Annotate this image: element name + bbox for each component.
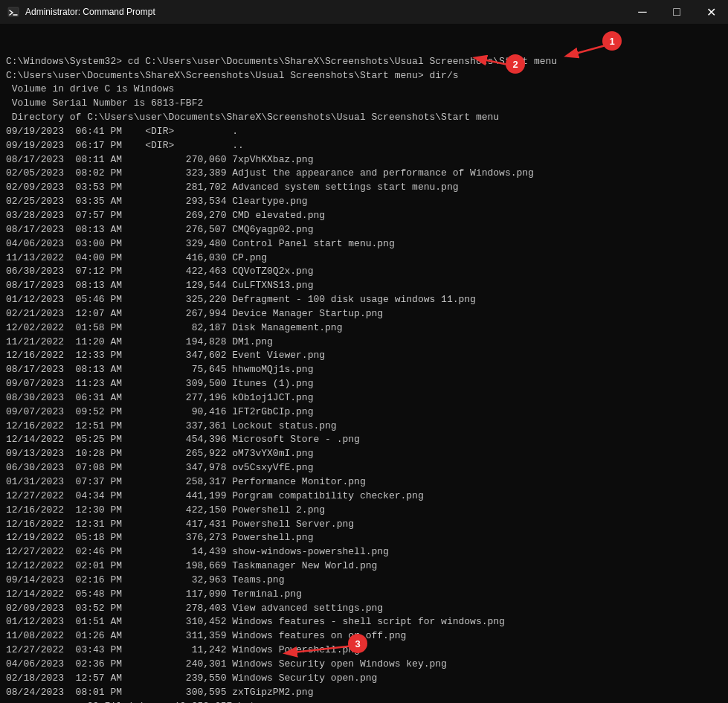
close-button[interactable]: ✕ — [694, 0, 728, 24]
terminal-line: 02/09/2023 03:52 PM 278,403 View advance… — [6, 602, 722, 616]
terminal-line: 08/17/2023 08:13 AM 276,507 CMQ6yagp02.p… — [6, 223, 722, 237]
terminal-line: 01/12/2023 05:46 PM 325,220 Defragment -… — [6, 293, 722, 307]
terminal-line: Volume in drive C is Windows — [6, 83, 722, 97]
terminal-line: 02/09/2023 03:53 PM 281,702 Advanced sys… — [6, 181, 722, 195]
terminal-icon — [7, 6, 19, 18]
terminal-line: 09/14/2023 02:16 PM 32,963 Teams.png — [6, 574, 722, 588]
terminal-line: 04/06/2023 03:00 PM 329,480 Control Pane… — [6, 237, 722, 251]
terminal-line: 08/17/2023 08:13 AM 129,544 CuLFTXNS13.p… — [6, 279, 722, 293]
title-bar: Administrator: Command Prompt ─ □ ✕ — [0, 0, 728, 24]
title-controls: ─ □ ✕ — [625, 0, 728, 24]
terminal-line: 11/08/2022 01:26 AM 311,359 Windows feat… — [6, 629, 722, 643]
terminal-line: 12/02/2022 01:58 PM 82,187 Disk Manageme… — [6, 321, 722, 336]
terminal-line: 02/18/2023 12:57 AM 239,550 Windows Secu… — [6, 672, 722, 686]
terminal-line: 12/16/2022 12:51 PM 337,361 Lockout stat… — [6, 420, 722, 434]
terminal-line: 08/30/2023 06:31 AM 277,196 kOb1oj1JCT.p… — [6, 391, 722, 405]
minimize-button[interactable]: ─ — [625, 0, 660, 24]
terminal-line: 09/13/2023 10:28 PM 265,922 oM73vYX0mI.p… — [6, 447, 722, 461]
title-bar-left: Administrator: Command Prompt — [7, 6, 155, 18]
terminal-content[interactable]: C:\Windows\System32> cd C:\Users\user\Do… — [0, 24, 728, 703]
terminal-line: 02/21/2023 12:07 AM 267,994 Device Manag… — [6, 307, 722, 321]
terminal-line: 09/07/2023 09:52 PM 90,416 lFT2rGbCIp.pn… — [6, 405, 722, 420]
terminal-line: 08/17/2023 08:11 AM 270,060 7xpVhKXbaz.p… — [6, 153, 722, 167]
terminal-line: 39 File(s) 10,358,657 bytes — [6, 700, 722, 704]
terminal-line: 06/30/2023 07:12 PM 422,463 CQVoTZ0Q2x.p… — [6, 265, 722, 279]
terminal-line: Directory of C:\Users\user\Documents\Sha… — [6, 111, 722, 125]
terminal-line: 08/24/2023 08:01 PM 300,595 zxTGipzPM2.p… — [6, 686, 722, 700]
terminal-line: C:\Windows\System32> cd C:\Users\user\Do… — [6, 55, 722, 69]
terminal-line: 12/27/2022 03:43 PM 11,242 Windows Power… — [6, 643, 722, 658]
terminal-line: 01/31/2023 07:37 PM 258,317 Performance … — [6, 475, 722, 489]
terminal-line: 12/27/2022 04:34 PM 441,199 Porgram comp… — [6, 489, 722, 504]
terminal-line: 09/19/2023 06:41 PM <DIR> . — [6, 125, 722, 139]
terminal-line: 06/30/2023 07:08 PM 347,978 ov5CsxyVfE.p… — [6, 461, 722, 475]
terminal-line: 12/19/2022 05:18 PM 376,273 Powershell.p… — [6, 531, 722, 545]
terminal-line: 12/16/2022 12:33 PM 347,602 Event Viewer… — [6, 349, 722, 363]
terminal-line: 11/13/2022 04:00 PM 416,030 CP.png — [6, 251, 722, 266]
terminal-line: Volume Serial Number is 6813-FBF2 — [6, 97, 722, 111]
terminal-line: 12/27/2022 02:46 PM 14,439 show-windows-… — [6, 545, 722, 559]
terminal-line: 02/05/2023 08:02 PM 323,389 Adjust the a… — [6, 167, 722, 181]
terminal-line: 09/07/2023 11:23 AM 309,500 Itunes (1).p… — [6, 377, 722, 391]
terminal-line: 02/25/2023 03:35 AM 293,534 Cleartype.pn… — [6, 195, 722, 209]
terminal-line: 12/12/2022 02:01 PM 198,669 Taskmanager … — [6, 559, 722, 574]
terminal-line: C:\Users\user\Documents\ShareX\Screensho… — [6, 69, 722, 83]
terminal-line: 09/19/2023 06:17 PM <DIR> .. — [6, 139, 722, 153]
terminal-line: 12/14/2022 05:48 PM 117,090 Terminal.png — [6, 588, 722, 602]
terminal-line: 01/12/2023 01:51 AM 310,452 Windows feat… — [6, 615, 722, 629]
maximize-button[interactable]: □ — [660, 0, 694, 24]
command-prompt-window: Administrator: Command Prompt ─ □ ✕ C:\W… — [0, 0, 728, 703]
terminal-line: 12/16/2022 12:31 PM 417,431 Powershell S… — [6, 518, 722, 532]
terminal-line: 12/16/2022 12:30 PM 422,150 Powershell 2… — [6, 504, 722, 518]
title-text: Administrator: Command Prompt — [25, 7, 155, 17]
terminal-line: 04/06/2023 02:36 PM 240,301 Windows Secu… — [6, 658, 722, 672]
terminal-line: 12/14/2022 05:25 PM 454,396 Microsoft St… — [6, 433, 722, 447]
terminal-line: 11/21/2022 11:20 AM 194,828 DM1.png — [6, 336, 722, 350]
terminal-line: 08/17/2023 08:13 AM 75,645 hhwmoMQj1s.pn… — [6, 363, 722, 377]
terminal-line: 03/28/2023 07:57 PM 269,270 CMD elevated… — [6, 209, 722, 223]
